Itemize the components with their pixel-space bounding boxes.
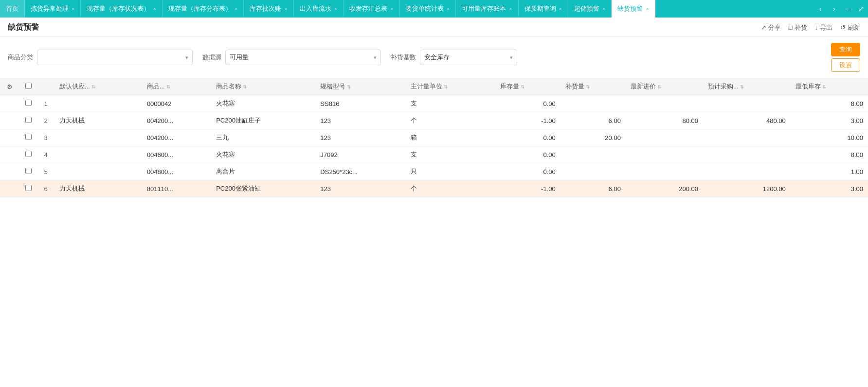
tab-close-exception[interactable]: × (72, 6, 74, 12)
tab-close-receipt[interactable]: × (390, 6, 393, 12)
tab-close-batch[interactable]: × (284, 6, 287, 12)
tab-minimize[interactable]: ─ (841, 5, 854, 13)
row-est-3 (703, 146, 791, 163)
tab-inout[interactable]: 出入库流水× (294, 0, 344, 18)
col-min-stock-label: 最低库存 (796, 82, 821, 91)
sort-est-icon: ⇅ (740, 84, 744, 89)
col-min-stock[interactable]: 最低库存⇅ (791, 78, 868, 95)
tab-exception[interactable]: 拣货异常处理× (25, 0, 81, 18)
col-product-code[interactable]: 商品...⇅ (142, 78, 211, 95)
col-unit[interactable]: 主计量单位⇅ (406, 78, 495, 95)
row-checkbox-cell-1[interactable] (19, 112, 37, 129)
tab-label-inventory-dist: 现存量（库存分布表） (168, 4, 232, 13)
export-icon: ↓ (815, 24, 818, 31)
tab-close-overstock[interactable]: × (602, 6, 605, 12)
row-name-1: PC200油缸庄子 (211, 112, 315, 129)
row-checkbox-cell-4[interactable] (19, 163, 37, 180)
row-replenish-qty-0 (561, 95, 626, 112)
category-select[interactable]: ▾ (37, 50, 193, 65)
row-code-5: 801110... (142, 180, 211, 197)
row-spec-0: SS816 (315, 95, 405, 112)
query-button[interactable]: 查询 (831, 43, 860, 56)
datasource-select[interactable]: 可用量 ▾ (225, 50, 381, 65)
gear-icon: ⚙ (7, 83, 13, 90)
col-product-name[interactable]: 商品名称⇅ (211, 78, 315, 95)
share-button[interactable]: ↗ 分享 (761, 23, 781, 32)
tab-close-shortage[interactable]: × (646, 6, 649, 12)
row-checkbox-cell-5[interactable] (19, 180, 37, 197)
col-estimated-purchase[interactable]: 预计采购...⇅ (703, 78, 791, 95)
tab-inventory-status[interactable]: 现存量（库存状况表）× (81, 0, 162, 18)
tab-overstock[interactable]: 超储预警× (568, 0, 612, 18)
row-checkbox-cell-3[interactable] (19, 146, 37, 163)
row-checkbox-1[interactable] (25, 117, 32, 123)
row-supplier-0 (54, 95, 142, 112)
tab-close-inventory-dist[interactable]: × (235, 6, 237, 12)
tab-scroll-left[interactable]: ‹ (814, 5, 827, 13)
tab-label-shortage: 缺货预警 (617, 4, 643, 13)
table-row: 4 004600... 火花塞 J7092 支 0.00 8.00 (0, 146, 868, 163)
row-replenish-qty-5: 6.00 (561, 180, 626, 197)
col-spec-label: 规格型号 (320, 82, 345, 91)
row-checkbox-0[interactable] (25, 100, 32, 106)
tab-expiry[interactable]: 保质期查询× (519, 0, 568, 18)
row-checkbox-2[interactable] (25, 134, 32, 140)
tab-close-expiry[interactable]: × (559, 6, 562, 12)
row-stock-0: 0.00 (495, 95, 561, 112)
row-name-2: 三九 (211, 129, 315, 146)
col-default-supplier[interactable]: 默认供应...⇅ (54, 78, 142, 95)
col-replenish-qty-label: 补货量 (565, 82, 584, 91)
row-price-4 (626, 163, 703, 180)
refresh-button[interactable]: ↺ 刷新 (840, 23, 860, 32)
row-checkbox-cell-2[interactable] (19, 129, 37, 146)
tab-label-order-stat: 要货单统计表 (406, 4, 444, 13)
row-checkbox-5[interactable] (25, 185, 32, 191)
row-spec-3: J7092 (315, 146, 405, 163)
row-est-2 (703, 129, 791, 146)
tab-label-exception: 拣货异常处理 (31, 4, 69, 13)
replenish-base-select[interactable]: 安全库存 ▾ (420, 50, 517, 65)
row-supplier-4 (54, 163, 142, 180)
sort-unit-icon: ⇅ (444, 84, 448, 89)
replenish-button[interactable]: □ 补货 (789, 23, 807, 32)
row-gear-3 (0, 146, 19, 163)
row-minstock-1: 3.00 (791, 112, 868, 129)
row-checkbox-3[interactable] (25, 151, 32, 157)
tab-close-inventory-status[interactable]: × (153, 6, 156, 12)
datasource-select-value: 可用量 (230, 53, 249, 62)
sort-name-icon: ⇅ (243, 84, 247, 89)
tab-close-inout[interactable]: × (334, 6, 337, 12)
select-all-checkbox[interactable] (25, 83, 32, 89)
row-code-1: 004200... (142, 112, 211, 129)
tab-close-order-stat[interactable]: × (447, 6, 450, 12)
row-name-4: 离合片 (211, 163, 315, 180)
row-gear-4 (0, 163, 19, 180)
settings-button[interactable]: 设置 (831, 58, 860, 72)
tab-close-available[interactable]: × (509, 6, 512, 12)
col-spec[interactable]: 规格型号⇅ (315, 78, 405, 95)
tab-batch[interactable]: 库存批次账× (244, 0, 293, 18)
tab-scroll-right[interactable]: › (827, 5, 841, 13)
row-no-0: 1 (37, 95, 54, 112)
col-checkbox[interactable] (19, 78, 37, 95)
export-button[interactable]: ↓ 导出 (815, 23, 833, 32)
replenish-base-label: 补货基数 (391, 53, 416, 62)
tab-shortage[interactable]: 缺货预警× (612, 0, 655, 18)
tab-home[interactable]: 首页 (0, 0, 25, 18)
tab-order-stat[interactable]: 要货单统计表× (400, 0, 456, 18)
tab-fullscreen[interactable]: ⤢ (854, 5, 868, 13)
row-name-3: 火花塞 (211, 146, 315, 163)
col-latest-price[interactable]: 最新进价⇅ (626, 78, 703, 95)
row-replenish-qty-2: 20.00 (561, 129, 626, 146)
category-label: 商品分类 (8, 53, 33, 62)
tab-inventory-dist[interactable]: 现存量（库存分布表）× (163, 0, 244, 18)
col-gear[interactable]: ⚙ (0, 78, 19, 95)
col-replenish-qty[interactable]: 补货量⇅ (561, 78, 626, 95)
row-minstock-4: 1.00 (791, 163, 868, 180)
row-checkbox-4[interactable] (25, 168, 32, 174)
row-checkbox-cell-0[interactable] (19, 95, 37, 112)
col-stock[interactable]: 库存量⇅ (495, 78, 561, 95)
tab-available[interactable]: 可用量库存账本× (456, 0, 518, 18)
tab-receipt[interactable]: 收发存汇总表× (344, 0, 399, 18)
table-row: 1 0000042 火花塞 SS816 支 0.00 8.00 (0, 95, 868, 112)
